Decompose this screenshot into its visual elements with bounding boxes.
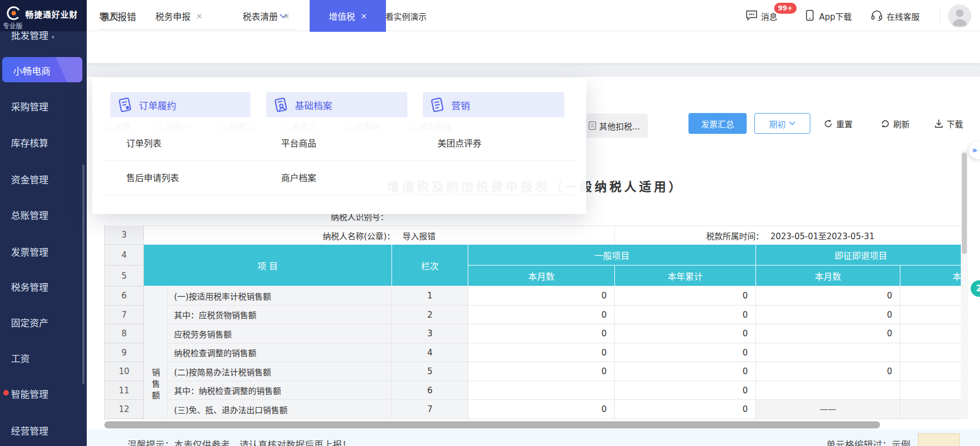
row-colno: 3 xyxy=(392,324,468,343)
row-header-6[interactable]: 6 xyxy=(104,286,144,306)
sheet-vertical-scrollbar[interactable] xyxy=(962,153,967,254)
cell-value[interactable]: 0 xyxy=(468,306,615,324)
row-header-8[interactable]: 8 xyxy=(104,324,144,343)
order-fulfillment-icon xyxy=(117,97,133,113)
sidebar-item-purchase[interactable]: 采购管理 xyxy=(11,99,77,111)
cell-value[interactable] xyxy=(900,324,966,343)
sidebar-scrollbar[interactable] xyxy=(82,165,85,384)
tab-vat-active[interactable]: 增值税× xyxy=(310,0,386,32)
invoice-summary-button[interactable]: 发票汇总 xyxy=(688,113,747,134)
cell-value[interactable] xyxy=(900,306,966,324)
cell-value[interactable] xyxy=(468,381,615,400)
tax-period-cell[interactable]: 税款所属时间：2023-05-01至2023-05-31 xyxy=(615,225,966,245)
tab-tax-register[interactable]: 税表清册× xyxy=(243,0,290,32)
cell-value[interactable] xyxy=(900,343,966,362)
cell-value[interactable]: 0 xyxy=(615,362,756,381)
header-month-refund: 本月数 xyxy=(756,266,900,286)
cell-value[interactable] xyxy=(756,381,900,400)
messages-label[interactable]: 消息 xyxy=(761,10,777,22)
menu-item-order-list[interactable]: 订单列表 xyxy=(126,136,161,149)
row-header-11[interactable]: 11 xyxy=(104,381,144,400)
brand-name: 畅捷通好业财 xyxy=(25,8,78,20)
row-header-5[interactable]: 5 xyxy=(104,266,144,286)
row-item[interactable]: 应税劳务销售额 xyxy=(167,324,392,343)
cell-value[interactable]: 0 xyxy=(468,286,615,306)
cell-value[interactable]: 0 xyxy=(615,381,756,400)
reset-button[interactable]: 重置 xyxy=(824,117,853,130)
taxpayer-name-cell[interactable]: 纳税人名称(公章)：导入报错 xyxy=(144,225,615,245)
sidebar-item-ecommerce[interactable]: 小畅电商 xyxy=(13,64,51,77)
sidebar-item-smart[interactable]: 智能管理 xyxy=(11,387,77,399)
cell-value[interactable] xyxy=(756,343,900,362)
row-item[interactable]: (一)按适用税率计税销售额 xyxy=(167,286,392,306)
row-item[interactable]: (二)按简易办法计税销售额 xyxy=(167,362,392,381)
cell-value[interactable]: 0 xyxy=(468,343,615,362)
tax-period-value: 2023-05-01至2023-05-31 xyxy=(770,230,874,241)
download-button[interactable]: 下载 xyxy=(934,117,963,130)
menu-item-merchant-archives[interactable]: 商户档案 xyxy=(281,171,316,184)
row-colno: 1 xyxy=(392,286,468,306)
sidebar-item-ledger[interactable]: 总账管理 xyxy=(11,208,77,220)
refresh-button[interactable]: 刷新 xyxy=(881,117,910,130)
phone-icon[interactable] xyxy=(805,10,815,23)
row-item[interactable]: 纳税检查调整的销售额 xyxy=(167,343,392,362)
header-column-no: 栏次 xyxy=(392,245,468,286)
close-icon[interactable]: × xyxy=(196,12,203,20)
messages-icon[interactable] xyxy=(746,10,758,23)
cell-value[interactable]: 0 xyxy=(615,400,756,419)
sidebar-item-tax[interactable]: 税务管理 xyxy=(11,280,77,292)
row-header-4[interactable]: 4 xyxy=(104,245,144,266)
download-icon xyxy=(934,119,943,128)
app-download-label[interactable]: App下载 xyxy=(819,10,852,22)
sidebar-item-fixed-assets[interactable]: 固定资产 xyxy=(11,315,77,328)
cell-value[interactable]: 0 xyxy=(615,286,756,306)
sheet-horizontal-scrollbar[interactable] xyxy=(104,421,880,428)
cell-value[interactable] xyxy=(900,362,966,381)
megamenu-section-marketing: 营销 xyxy=(423,92,564,117)
header-month-general: 本月数 xyxy=(468,266,615,286)
edited-cell-swatch xyxy=(918,433,960,446)
avatar[interactable] xyxy=(948,4,971,27)
megamenu-section-archives: 基础档案 xyxy=(266,92,407,117)
cell-value[interactable]: 0 xyxy=(468,362,615,381)
tab-tax-filing[interactable]: 税务申报× xyxy=(155,0,203,32)
cell-value[interactable]: 0 xyxy=(468,324,615,343)
close-icon[interactable]: × xyxy=(361,12,367,20)
row-item[interactable]: 其中：纳税检查调整的销售额 xyxy=(167,381,392,400)
row-header-10[interactable]: 10 xyxy=(104,362,144,381)
row-header-9[interactable]: 9 xyxy=(104,343,144,362)
sidebar-item-invoice[interactable]: 发票管理 xyxy=(11,245,77,257)
support-label[interactable]: 在线客服 xyxy=(887,10,920,22)
header-general: 一般项目 xyxy=(468,245,756,266)
cell-value[interactable]: 0 xyxy=(468,400,615,419)
messages-badge: 99+ xyxy=(774,3,797,14)
cell-value[interactable] xyxy=(900,286,966,306)
cell-value[interactable]: 0 xyxy=(756,286,900,306)
cell-value[interactable]: 0 xyxy=(615,306,756,324)
row-header-3[interactable]: 3 xyxy=(104,225,144,245)
headset-icon[interactable] xyxy=(871,10,883,23)
cell-value[interactable]: 0 xyxy=(756,362,900,381)
cell-value[interactable]: 0 xyxy=(615,324,756,343)
app-window: 批发管理▾ 小畅电商 采购管理 库存核算 资金管理 总账管理 发票管理 税务管理… xyxy=(0,0,980,446)
sidebar-item-payroll[interactable]: 工资 xyxy=(11,351,77,363)
cell-value-disabled xyxy=(900,400,966,419)
menu-item-aftersale-list[interactable]: 售后申请列表 xyxy=(126,171,179,184)
close-icon[interactable]: × xyxy=(283,12,290,20)
row-header-7[interactable]: 7 xyxy=(104,306,144,324)
period-button[interactable]: 期初 xyxy=(754,113,810,134)
sidebar-item-funds[interactable]: 资金管理 xyxy=(11,172,77,184)
cell-value[interactable] xyxy=(900,381,966,400)
sheet-tab-other-deduction[interactable]: 其他扣税... xyxy=(581,114,648,138)
menu-item-platform-goods[interactable]: 平台商品 xyxy=(281,136,316,149)
menu-item-meituan-coupon[interactable]: 美团点评券 xyxy=(438,136,481,149)
tab-home[interactable]: 首页 xyxy=(101,0,119,32)
cell-value[interactable]: 0 xyxy=(615,343,756,362)
cell-value[interactable]: 0 xyxy=(756,306,900,324)
row-item[interactable]: 其中：应税货物销售额 xyxy=(167,306,392,324)
cell-value[interactable]: 0 xyxy=(756,324,900,343)
row-header-12[interactable]: 12 xyxy=(104,400,144,419)
row-item[interactable]: (三)免、抵、退办法出口销售额 xyxy=(167,400,392,419)
sidebar-item-operation[interactable]: 经营管理 xyxy=(11,424,77,436)
sidebar-item-inventory[interactable]: 库存核算 xyxy=(11,136,77,148)
